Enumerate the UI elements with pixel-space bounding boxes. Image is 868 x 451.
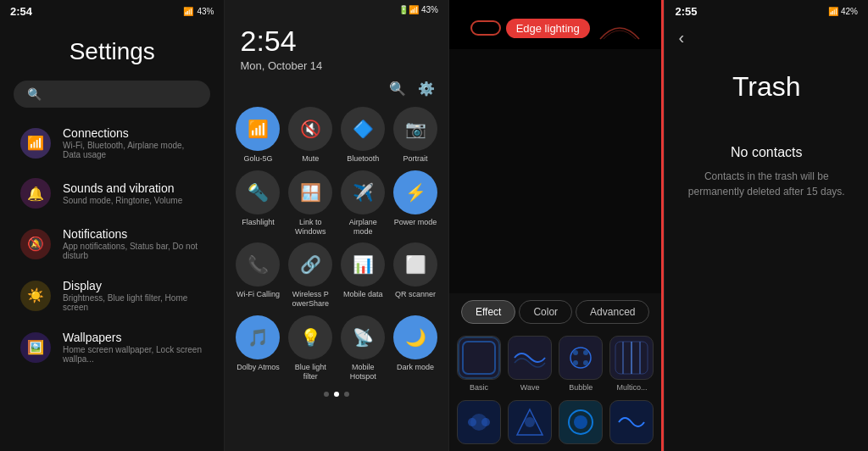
notifications-sub: App notifications, Status bar, Do not di… [63, 242, 203, 260]
wireless-share-tile-icon: 🔗 [288, 242, 332, 287]
connections-title: Connections [63, 126, 203, 140]
settings-icon-qs[interactable]: ⚙️ [418, 81, 435, 97]
tile-airplane[interactable]: ✈️ Airplane mode [340, 170, 386, 237]
menu-item-connections[interactable]: 📶 Connections Wi-Fi, Bluetooth, Airplane… [7, 118, 217, 168]
menu-item-sounds[interactable]: 🔔 Sounds and vibration Sound mode, Ringt… [7, 170, 217, 217]
qs-tiles-grid: 📶 Golu-5G 🔇 Mute 🔷 Bluetooth 📷 Portrait … [225, 103, 448, 385]
wallpapers-sub: Home screen wallpaper, Lock screen wallp… [63, 345, 203, 364]
portrait-tile-label: Portrait [403, 154, 428, 164]
qr-tile-label: QR scanner [395, 290, 436, 299]
link-windows-tile-icon: 🪟 [288, 170, 332, 214]
mute-tile-icon: 🔇 [288, 107, 332, 151]
flashlight-tile-icon: 🔦 [236, 170, 280, 214]
tile-wireless-share[interactable]: 🔗 Wireless P owerShare [287, 242, 333, 309]
status-time-4: 2:55 [675, 5, 697, 18]
menu-item-notifications[interactable]: 🔕 Notifications App notifications, Statu… [7, 219, 217, 269]
status-bar-1: 2:54 📶 43% [0, 0, 224, 21]
connections-icon: 📶 [20, 128, 51, 159]
effect-wave[interactable]: Wave [507, 336, 553, 392]
notifications-title: Notifications [63, 227, 203, 241]
link-windows-tile-label: Link to Windows [287, 218, 333, 237]
blue-light-tile-label: Blue light filter [287, 363, 333, 381]
trash-panel: 2:55 📶 42% ‹ Trash No contacts Contacts … [664, 0, 868, 451]
effect-r2-2-thumb [508, 400, 552, 444]
dot-2 [334, 392, 339, 397]
dot-3 [344, 392, 349, 397]
wifi-calling-tile-icon: 📞 [236, 242, 280, 287]
sounds-title: Sounds and vibration [63, 181, 182, 195]
effect-r2-1[interactable] [456, 400, 502, 444]
tile-qr[interactable]: ⬜ QR scanner [392, 242, 438, 309]
tile-mobile-data[interactable]: 📊 Mobile data [340, 242, 386, 309]
svg-point-12 [481, 418, 490, 426]
effect-multicolor-thumb [609, 336, 654, 380]
tab-advanced[interactable]: Advanced [576, 300, 649, 324]
tile-wifi-calling[interactable]: 📞 Wi-Fi Calling [235, 242, 281, 309]
bluetooth-tile-label: Bluetooth [347, 154, 379, 164]
search-icon-qs[interactable]: 🔍 [389, 81, 406, 97]
edge-preview-area [449, 49, 662, 293]
mobile-data-tile-label: Mobile data [343, 290, 383, 299]
settings-title-area: Settings [0, 21, 224, 74]
tile-flashlight[interactable]: 🔦 Flashlight [235, 170, 281, 237]
settings-panel: 2:54 📶 43% Settings 🔍 📶 Connections Wi-F… [0, 0, 224, 451]
tile-blue-light[interactable]: 💡 Blue light filter [287, 315, 333, 381]
effect-bubble-thumb [559, 336, 603, 380]
status-time-1: 2:54 [10, 5, 32, 18]
svg-point-5 [583, 360, 588, 365]
tile-link-windows[interactable]: 🪟 Link to Windows [287, 170, 333, 237]
connections-sub: Wi-Fi, Bluetooth, Airplane mode, Data us… [63, 141, 203, 159]
tab-color[interactable]: Color [519, 300, 572, 324]
tile-power[interactable]: ⚡ Power mode [392, 170, 438, 237]
display-icon: ☀️ [20, 281, 51, 311]
effect-r2-3[interactable] [558, 400, 604, 444]
svg-point-15 [574, 415, 587, 429]
back-button[interactable]: ‹ [665, 21, 868, 54]
menu-item-display[interactable]: ☀️ Display Brightness, Blue light filter… [7, 270, 217, 320]
effect-bubble[interactable]: Bubble [558, 336, 604, 392]
edge-lighting-label: Edge lighting [506, 19, 590, 38]
power-tile-label: Power mode [394, 218, 437, 227]
tile-dark-mode[interactable]: 🌙 Dark mode [392, 315, 438, 381]
effect-multicolor-label: Multico... [616, 383, 647, 392]
tile-mute[interactable]: 🔇 Mute [287, 107, 333, 164]
qs-top-icons: 🔍 ⚙️ [225, 81, 448, 103]
qs-datetime: 2:54 Mon, October 14 [225, 18, 448, 81]
menu-item-wallpapers[interactable]: 🖼️ Wallpapers Home screen wallpaper, Loc… [7, 322, 217, 372]
effect-r2-1-thumb [457, 400, 501, 444]
qs-time: 2:54 [240, 25, 432, 58]
edge-lighting-panel: Edge lighting Effect Color Advanced Basi… [448, 0, 665, 451]
wifi-tile-icon: 📶 [236, 107, 280, 151]
wifi-calling-tile-label: Wi-Fi Calling [236, 290, 280, 299]
dolby-tile-icon: 🎵 [236, 315, 280, 359]
tile-portrait[interactable]: 📷 Portrait [392, 107, 438, 164]
effect-r2-4[interactable] [609, 400, 654, 444]
sounds-icon: 🔔 [20, 178, 51, 209]
effect-basic[interactable]: Basic [456, 336, 502, 392]
tile-wifi[interactable]: 📶 Golu-5G [235, 107, 281, 164]
wifi-tile-label: Golu-5G [243, 154, 272, 164]
mute-tile-label: Mute [302, 154, 319, 164]
effect-basic-label: Basic [470, 383, 488, 392]
airplane-tile-label: Airplane mode [340, 218, 386, 237]
settings-search-bar[interactable]: 🔍 [14, 81, 210, 108]
effect-r2-2[interactable] [507, 400, 553, 444]
status-icons-1: 📶 43% [183, 7, 214, 16]
notifications-icon: 🔕 [20, 229, 51, 259]
effect-grid-row2 [449, 397, 662, 451]
dark-mode-tile-icon: 🌙 [393, 315, 437, 359]
svg-point-11 [468, 418, 476, 426]
search-icon: 🔍 [27, 87, 42, 101]
no-contacts-title: No contacts [685, 145, 848, 160]
mobile-data-tile-icon: 📊 [341, 242, 385, 287]
display-title: Display [63, 279, 203, 292]
tab-effect[interactable]: Effect [461, 300, 515, 324]
effect-tab-bar: Effect Color Advanced [449, 293, 662, 329]
blue-light-tile-icon: 💡 [288, 315, 332, 359]
tile-hotspot[interactable]: 📡 Mobile Hotspot [340, 315, 386, 381]
edge-arc-decoration [598, 15, 641, 41]
effect-multicolor[interactable]: Multico... [609, 336, 654, 392]
tile-bluetooth[interactable]: 🔷 Bluetooth [340, 107, 386, 164]
svg-point-3 [583, 350, 588, 355]
tile-dolby[interactable]: 🎵 Dolby Atmos [235, 315, 281, 381]
